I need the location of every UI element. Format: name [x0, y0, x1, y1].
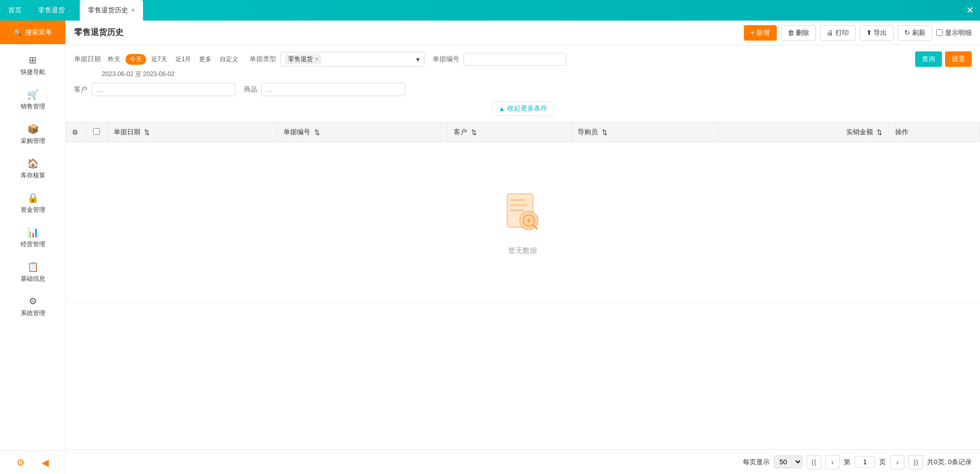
query-button[interactable]: 查询 — [915, 51, 942, 67]
filter-bill-type-select[interactable]: 零售退货 × ▾ — [280, 52, 424, 67]
system-icon: ⚙ — [29, 296, 37, 307]
goods-ellipsis: ... — [266, 85, 272, 94]
next-page-button[interactable]: › — [890, 455, 904, 469]
filter-bill-no-input[interactable] — [464, 53, 566, 66]
bill-type-value: 零售退货 — [288, 55, 313, 64]
date-yesterday[interactable]: 昨天 — [105, 54, 123, 65]
prev-page-button[interactable]: ‹ — [825, 455, 840, 469]
date-1month[interactable]: 近1月 — [172, 54, 194, 65]
settings-button[interactable]: 设置 — [945, 51, 972, 67]
new-button[interactable]: + 新增 — [744, 25, 776, 41]
bill-type-dropdown-icon: ▾ — [416, 56, 420, 63]
print-button[interactable]: 🖨 打印 — [820, 25, 856, 41]
th-operation: 操作 — [889, 122, 980, 142]
sidebar-item-sales-label: 销售管理 — [21, 102, 45, 111]
empty-text: 暂无数据 — [508, 246, 537, 256]
sidebar-item-operations[interactable]: 📊 经营管理 — [0, 221, 65, 255]
date-range-display: 2023-06-02 至 2023-06-02 — [74, 69, 972, 79]
bill-date-sort[interactable]: ⇅ — [144, 129, 150, 136]
sidebar-item-operations-label: 经营管理 — [21, 240, 45, 249]
tab-retail-return[interactable]: 零售退货 × — [30, 0, 80, 21]
basic-info-icon: 📋 — [27, 261, 39, 272]
inventory-icon: 🏠 — [27, 158, 39, 169]
top-bar: 首页 零售退货 × 零售退货历史 × ✕ — [0, 0, 980, 21]
th-customer-label: 客户 — [454, 128, 467, 136]
date-shortcuts: 昨天 今天 近7天 近1月 更多 自定义 — [105, 54, 241, 65]
data-table: ⚙ 单据日期 ⇅ 单据编号 ⇅ 客户 — [66, 122, 980, 302]
tab-retail-return-history-close[interactable]: × — [131, 7, 135, 14]
table-body: 暂无数据 — [66, 142, 980, 302]
settings-bottom-icon[interactable]: ⚙ — [16, 457, 25, 468]
filter-customer-item: 客户 ... — [74, 83, 236, 96]
tab-retail-return-history[interactable]: 零售退货历史 × — [80, 0, 143, 21]
sidebar-item-system-mgmt[interactable]: ⚙ 系统管理 — [0, 289, 65, 324]
content-area: 零售退货历史 + 新增 🗑 删除 🖨 打印 ⬆ 导出 ↻ 刷新 显示明细 — [66, 21, 980, 474]
date-more[interactable]: 更多 — [196, 54, 215, 65]
per-page-select[interactable]: 10 20 50 100 — [774, 455, 803, 468]
th-customer: 客户 ⇅ — [448, 122, 572, 142]
actual-amount-sort[interactable]: ⇅ — [877, 129, 882, 136]
last-page-button[interactable]: ⟩⟩ — [908, 455, 923, 469]
th-settings[interactable]: ⚙ — [66, 122, 86, 142]
window-close-button[interactable]: ✕ — [959, 0, 980, 21]
delete-button[interactable]: 🗑 删除 — [781, 25, 816, 41]
th-bill-date-label: 单据日期 — [114, 128, 140, 136]
th-operation-label: 操作 — [895, 128, 908, 136]
tab-retail-return-close[interactable]: × — [68, 7, 72, 14]
date-custom[interactable]: 自定义 — [217, 54, 241, 65]
date-7days[interactable]: 近7天 — [148, 54, 170, 65]
select-all-checkbox[interactable] — [93, 128, 100, 135]
bill-type-remove[interactable]: × — [315, 56, 318, 63]
svg-rect-2 — [510, 204, 528, 206]
page-header: 零售退货历史 + 新增 🗑 删除 🖨 打印 ⬆ 导出 ↻ 刷新 显示明细 — [66, 21, 980, 45]
filter-customer-select[interactable]: ... — [92, 83, 236, 96]
th-checkbox[interactable] — [86, 122, 107, 142]
date-today[interactable]: 今天 — [126, 54, 146, 65]
th-bill-no: 单据编号 ⇅ — [277, 122, 448, 142]
sidebar-search-label: 搜索菜单 — [25, 28, 52, 37]
sidebar-item-purchase-mgmt[interactable]: 📦 采购管理 — [0, 117, 65, 152]
main-layout: 🔍 搜索菜单 ⊞ 快捷导航 🛒 销售管理 📦 采购管理 🏠 库存核算 🔒 — [0, 21, 980, 474]
filter-date-item: 单据日期 昨天 今天 近7天 近1月 更多 自定义 — [74, 54, 241, 65]
sidebar-item-sales-mgmt[interactable]: 🛒 销售管理 — [0, 83, 65, 117]
collapse-sidebar-icon[interactable]: ◀ — [42, 457, 49, 468]
page-input[interactable] — [854, 456, 875, 468]
sidebar-search[interactable]: 🔍 搜索菜单 — [0, 21, 65, 44]
finance-icon: 🔒 — [27, 192, 39, 204]
sidebar-item-inventory[interactable]: 🏠 库存核算 — [0, 152, 65, 186]
show-detail-checkbox-label[interactable]: 显示明细 — [936, 28, 972, 38]
sidebar-item-quick-nav[interactable]: ⊞ 快捷导航 — [0, 48, 65, 83]
th-actual-amount: 实销金额 ⇅ — [719, 122, 889, 142]
sidebar-item-finance[interactable]: 🔒 资金管理 — [0, 186, 65, 221]
th-guide: 导购员 ⇅ — [572, 122, 719, 142]
export-label: ⬆ 导出 — [866, 28, 887, 38]
collapse-button[interactable]: ▲ 收起更多条件 — [492, 101, 554, 116]
page-label: 第 — [844, 458, 850, 467]
filter-goods-select[interactable]: ... — [261, 83, 405, 96]
tab-home[interactable]: 首页 — [0, 0, 30, 21]
th-bill-date: 单据日期 ⇅ — [107, 122, 277, 142]
show-detail-checkbox[interactable] — [936, 29, 943, 36]
filter-area: 单据日期 昨天 今天 近7天 近1月 更多 自定义 单据类型 零售退货 — [66, 45, 980, 122]
first-page-button[interactable]: ⟨⟨ — [807, 455, 821, 469]
sidebar-item-system-label: 系统管理 — [21, 309, 45, 318]
page-title: 零售退货历史 — [74, 27, 123, 38]
filter-bill-type-item: 单据类型 零售退货 × ▾ — [250, 52, 424, 67]
guide-sort[interactable]: ⇅ — [602, 129, 608, 136]
page-unit: 页 — [879, 458, 886, 467]
filter-goods-label: 商品 — [244, 85, 257, 94]
svg-rect-3 — [510, 209, 524, 211]
total-info: 共0页, 0条记录 — [927, 458, 972, 467]
filter-bill-no-label: 单据编号 — [433, 54, 459, 64]
sidebar-nav: ⊞ 快捷导航 🛒 销售管理 📦 采购管理 🏠 库存核算 🔒 资金管理 📊 — [0, 44, 65, 450]
tab-retail-return-label: 零售退货 — [38, 6, 65, 15]
tab-list: 首页 零售退货 × 零售退货历史 × — [0, 0, 959, 21]
bill-no-sort[interactable]: ⇅ — [314, 129, 320, 136]
show-detail-label: 显示明细 — [945, 28, 972, 38]
sidebar-item-basic-info[interactable]: 📋 基础信息 — [0, 255, 65, 289]
customer-sort[interactable]: ⇅ — [471, 129, 477, 136]
refresh-button[interactable]: ↻ 刷新 — [898, 25, 932, 41]
export-button[interactable]: ⬆ 导出 — [860, 25, 894, 41]
filter-date-label: 单据日期 — [74, 54, 101, 64]
bill-type-tag: 零售退货 × — [285, 54, 322, 64]
